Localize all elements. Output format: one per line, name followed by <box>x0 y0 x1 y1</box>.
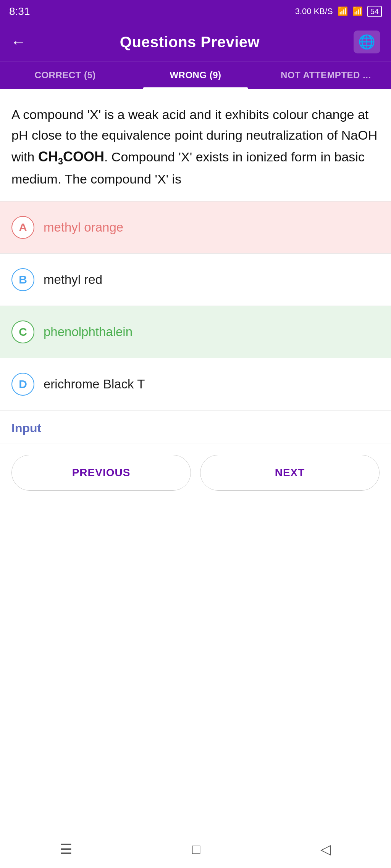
header: ← Questions Preview 🌐 <box>0 23 391 61</box>
option-c-text: phenolphthalein <box>44 325 132 339</box>
chemical-formula: CH3COOH <box>38 149 104 164</box>
option-d-text: erichrome Black T <box>44 377 145 391</box>
option-c-badge: C <box>11 320 34 343</box>
tab-wrong[interactable]: WRONG (9) <box>130 61 260 89</box>
option-d[interactable]: D erichrome Black T <box>0 358 391 411</box>
network-speed: 3.00 KB/S <box>295 6 333 16</box>
navigation-buttons: PREVIOUS NEXT <box>0 443 391 510</box>
option-a[interactable]: A methyl orange <box>0 201 391 254</box>
previous-button[interactable]: PREVIOUS <box>11 455 191 491</box>
option-a-badge: A <box>11 216 34 239</box>
translate-button[interactable]: 🌐 <box>354 31 380 53</box>
tabs-bar: CORRECT (5) WRONG (9) NOT ATTEMPTED ... <box>0 61 391 89</box>
option-d-badge: D <box>11 373 34 396</box>
system-nav-bar: ☰ □ ◁ <box>0 830 391 868</box>
translate-icon: 🌐 <box>358 34 375 50</box>
option-b-letter: B <box>19 273 27 286</box>
home-icon[interactable]: □ <box>192 841 200 857</box>
back-nav-icon[interactable]: ◁ <box>320 841 331 857</box>
tab-not-attempted-label: NOT ATTEMPTED ... <box>281 70 371 80</box>
signal-icon: 📶 <box>352 6 363 16</box>
option-a-letter: A <box>19 221 27 234</box>
option-b-badge: B <box>11 268 34 291</box>
menu-icon[interactable]: ☰ <box>60 841 72 857</box>
option-d-letter: D <box>19 378 27 391</box>
battery-level: 54 <box>367 6 382 17</box>
question-area: A compound 'X' is a weak acid and it exh… <box>0 89 391 201</box>
page-title: Questions Preview <box>120 34 260 51</box>
next-button[interactable]: NEXT <box>200 455 380 491</box>
tab-not-attempted[interactable]: NOT ATTEMPTED ... <box>261 61 391 89</box>
tab-correct-label: CORRECT (5) <box>35 70 96 80</box>
option-b-text: methyl red <box>44 272 102 287</box>
option-c-letter: C <box>19 325 27 338</box>
option-a-text: methyl orange <box>44 220 123 235</box>
option-b[interactable]: B methyl red <box>0 254 391 306</box>
input-label: Input <box>11 421 41 435</box>
back-button[interactable]: ← <box>11 34 26 51</box>
question-text: A compound 'X' is a weak acid and it exh… <box>11 104 380 190</box>
status-bar-right: 3.00 KB/S 📶 📶 54 <box>295 6 382 16</box>
status-time: 8:31 <box>9 5 30 18</box>
tab-correct[interactable]: CORRECT (5) <box>0 61 130 89</box>
input-section: Input <box>0 411 391 443</box>
status-bar: 8:31 3.00 KB/S 📶 📶 54 <box>0 0 391 23</box>
wifi-icon: 📶 <box>338 6 348 16</box>
option-c[interactable]: C phenolphthalein <box>0 306 391 358</box>
battery-icon: 54 <box>367 6 382 16</box>
tab-wrong-label: WRONG (9) <box>170 70 221 80</box>
